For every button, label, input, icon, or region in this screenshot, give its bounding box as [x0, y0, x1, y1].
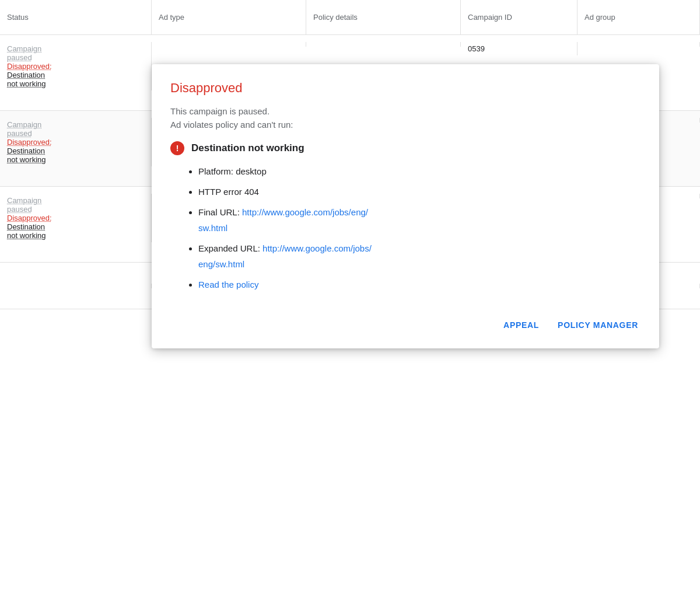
status-disapproved-row3[interactable]: Disapproved:: [7, 214, 144, 222]
cell-adtype-row1: [152, 42, 306, 47]
popup-title: Disapproved: [170, 81, 640, 96]
header-policy: Policy details: [306, 0, 461, 34]
policy-manager-button[interactable]: POLICY MANAGER: [555, 316, 640, 334]
expanded-url-prefix: Expanded URL:: [198, 243, 262, 253]
campaign-paused-row1: Campaign paused: [7, 44, 144, 62]
cell-policy-row1: [306, 42, 461, 47]
status-destination-row1: Destination: [7, 71, 144, 79]
list-item-final-url: Final URL: http://www.google.com/jobs/en…: [198, 204, 640, 236]
status-not-working-row1: not working: [7, 79, 144, 88]
table-container: Status Ad type Policy details Campaign I…: [0, 0, 700, 590]
campaign-paused-row3: Campaign paused: [7, 196, 144, 214]
policy-header: ! Destination not working: [170, 141, 640, 155]
cell-status-bottom: [0, 284, 152, 288]
policy-popup: Disapproved This campaign is paused. Ad …: [152, 64, 659, 348]
status-destination-row3: Destination: [7, 222, 144, 231]
list-item-platform: Platform: desktop: [198, 163, 640, 179]
status-not-working-row3: not working: [7, 231, 144, 240]
campaign-paused-row2: Campaign paused: [7, 120, 144, 138]
cell-campaign-row1: 0539: [461, 42, 578, 55]
header-adtype: Ad type: [152, 0, 306, 34]
status-disapproved-row2[interactable]: Disapproved:: [7, 138, 144, 146]
policy-list: Platform: desktop HTTP error 404 Final U…: [170, 163, 640, 292]
read-policy-link[interactable]: Read the policy: [198, 280, 258, 289]
policy-section: ! Destination not working Platform: desk…: [170, 141, 640, 292]
popup-actions: APPEAL POLICY MANAGER: [170, 309, 640, 334]
status-destination-row2: Destination: [7, 146, 144, 155]
list-item-read-policy: Read the policy: [198, 277, 640, 292]
header-status: Status: [0, 0, 152, 34]
cell-status-row1: Campaign paused Disapproved: Destination…: [0, 42, 152, 90]
popup-subtitle2: Ad violates policy and can't run:: [170, 120, 640, 130]
list-item-http-error: HTTP error 404: [198, 184, 640, 200]
table-header: Status Ad type Policy details Campaign I…: [0, 0, 700, 35]
cell-status-row2: Campaign paused Disapproved: Destination…: [0, 118, 152, 166]
cell-adgroup-row1: [578, 42, 700, 47]
popup-subtitle1: This campaign is paused.: [170, 106, 640, 116]
appeal-button[interactable]: APPEAL: [501, 316, 541, 334]
header-adgroup: Ad group: [578, 0, 700, 34]
list-item-expanded-url: Expanded URL: http://www.google.com/jobs…: [198, 240, 640, 272]
error-icon: !: [170, 141, 184, 155]
final-url-prefix: Final URL:: [198, 207, 242, 217]
policy-section-title: Destination not working: [191, 142, 304, 154]
header-campaign: Campaign ID: [461, 0, 578, 34]
cell-status-row3: Campaign paused Disapproved: Destination…: [0, 194, 152, 242]
status-not-working-row2: not working: [7, 155, 144, 164]
status-disapproved-row1[interactable]: Disapproved:: [7, 62, 144, 71]
